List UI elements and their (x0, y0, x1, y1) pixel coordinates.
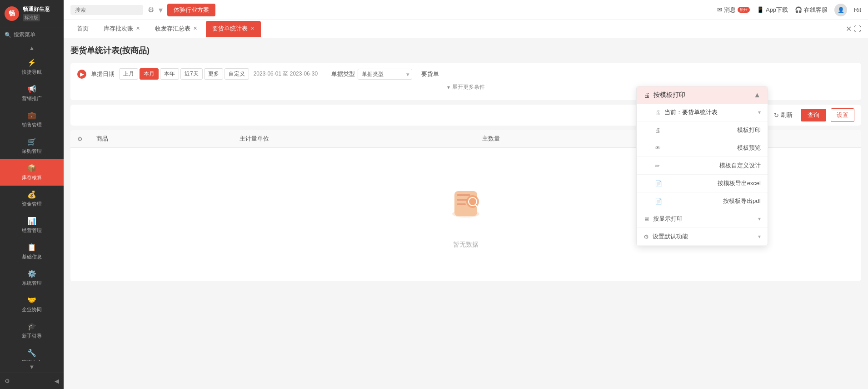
marketing-icon: 📢 (27, 85, 36, 93)
sidebar-item-marketing[interactable]: 📢 营销推广 (0, 80, 64, 106)
page-content: 要货单统计表(按商品) ▶ 单据日期 上月 本月 本年 近7天 更多 自定义 2… (64, 38, 868, 389)
tab-batch-account-close[interactable]: ✕ (136, 25, 140, 31)
sidebar-item-inventory[interactable]: 📦 库存核算 (0, 159, 64, 186)
current-month-btn[interactable]: 本月 (140, 68, 159, 80)
current-template-icon: 🖨 (655, 109, 661, 116)
custom-btn[interactable]: 自定义 (224, 68, 249, 80)
more-btn[interactable]: 更多 (204, 68, 223, 80)
sidebar-item-label: 营销推广 (22, 95, 42, 102)
col-unit: 主计量单位 (233, 130, 475, 148)
dropdown-arrow-icon[interactable]: ▾ (159, 5, 163, 15)
template-preview-label: 模板预览 (737, 144, 761, 152)
sidebar-item-system[interactable]: ⚙️ 系统管理 (0, 265, 64, 291)
date-buttons: 上月 本月 本年 近7天 更多 自定义 (119, 68, 249, 80)
user-name: Rit (854, 6, 861, 13)
business-icon: 📊 (27, 217, 36, 225)
sidebar-item-appstore[interactable]: 🔧 应用中心 (0, 344, 64, 361)
app-download-item[interactable]: 📱 App下载 (757, 6, 788, 14)
tab-requisition-stats-close[interactable]: ✕ (250, 25, 254, 31)
online-service-item[interactable]: 🎧 在线客服 (795, 6, 828, 14)
sidebar-nav: ⚡ 快捷导航 📢 营销推广 💼 销售管理 🛒 采购管理 📦 库存核算 💰 资金管… (0, 54, 64, 361)
template-print-icon: 🖨 (655, 127, 661, 134)
page-title: 要货单统计表(按商品) (70, 45, 861, 56)
settings-button[interactable]: 设置 (831, 108, 854, 122)
query-button[interactable]: 查询 (801, 109, 826, 121)
tab-receipt-summary[interactable]: 收发存汇总表 ✕ (149, 21, 204, 37)
display-print-label: 按显示打印 (653, 215, 683, 223)
print-dropdown-title-text: 按模板打印 (653, 91, 685, 99)
sidebar-item-sales[interactable]: 💼 销售管理 (0, 106, 64, 133)
current-year-btn[interactable]: 本年 (160, 68, 179, 80)
search-input[interactable] (70, 5, 143, 15)
expand-more-label: 展开更多条件 (452, 83, 485, 91)
sidebar-item-basics[interactable]: 📋 基础信息 (0, 238, 64, 265)
table-column-settings-icon[interactable]: ⚙ (77, 136, 83, 142)
messages-item[interactable]: ✉ 消息 99+ (717, 6, 750, 14)
tab-requisition-stats[interactable]: 要货单统计表 ✕ (206, 21, 261, 37)
display-print-chevron-icon: ▾ (758, 216, 761, 222)
avatar[interactable]: 👤 (834, 4, 847, 16)
sidebar-item-label: 系统管理 (22, 280, 42, 287)
sidebar-item-purchase[interactable]: 🛒 采购管理 (0, 133, 64, 159)
svg-rect-2 (457, 194, 470, 196)
type-filter-group: 单据类型 单据类型 ▾ (331, 69, 412, 80)
maximize-tab-button[interactable]: ⛶ (854, 25, 861, 33)
collapse-icon[interactable]: ◀ (55, 378, 59, 384)
sales-icon: 💼 (27, 111, 36, 120)
display-print-section[interactable]: 🖥 按显示打印 ▾ (637, 210, 768, 228)
export-excel-item[interactable]: 📄 按模板导出excel (637, 175, 768, 192)
sidebar-item-cooperation[interactable]: 🤝 企业协同 (0, 291, 64, 318)
gear-icon[interactable]: ⚙ (148, 5, 154, 14)
export-pdf-icon: 📄 (655, 198, 662, 205)
refresh-button[interactable]: ↻ 刷新 (770, 109, 796, 121)
app-download-icon: 📱 (757, 6, 764, 13)
appstore-icon: 🔧 (27, 349, 36, 357)
sidebar-item-label: 基础信息 (22, 253, 42, 260)
sidebar-item-finance[interactable]: 💰 资金管理 (0, 186, 64, 212)
sidebar-search-item[interactable]: 🔍 搜索菜单 (0, 27, 64, 42)
type-select[interactable]: 单据类型 (358, 69, 412, 80)
settings-icon[interactable]: ⚙ (5, 378, 10, 384)
main-content: ⚙ ▾ 体验行业方案 ✉ 消息 99+ 📱 App下载 🎧 在线客服 👤 Rit (64, 0, 868, 389)
trial-button[interactable]: 体验行业方案 (167, 4, 215, 16)
sidebar-scroll-down[interactable]: ▼ (0, 361, 64, 373)
sidebar-item-label: 采购管理 (22, 148, 42, 155)
sidebar: 畅 畅通好生意 标准版 🔍 搜索菜单 ▲ ⚡ 快捷导航 📢 营销推广 💼 销售管… (0, 0, 64, 389)
filter-expand-toggle[interactable]: ▶ (77, 70, 86, 79)
filter-row: ▶ 单据日期 上月 本月 本年 近7天 更多 自定义 2023-06-01 至 … (77, 68, 854, 80)
print-dropdown-close-icon[interactable]: ▲ (753, 91, 761, 99)
quick-nav-icon: ⚡ (27, 58, 36, 67)
template-design-item[interactable]: ✏ 模板自定义设计 (637, 157, 768, 175)
expand-more-icon: ▾ (447, 84, 450, 91)
close-tab-button[interactable]: ✕ (846, 25, 852, 33)
sidebar-scroll-up[interactable]: ▲ (0, 42, 64, 54)
sidebar-item-business[interactable]: 📊 经营管理 (0, 212, 64, 238)
tabs-bar: 首页 库存批次账 ✕ 收发存汇总表 ✕ 要货单统计表 ✕ ✕ ⛶ (64, 20, 868, 38)
sidebar-item-label: 快捷导航 (22, 69, 42, 76)
template-print-item[interactable]: 🖨 模板打印 (637, 121, 768, 139)
sidebar-item-label: 库存核算 (22, 174, 42, 181)
last-7-days-btn[interactable]: 近7天 (180, 68, 203, 80)
sidebar-item-label: 新手引导 (22, 333, 42, 339)
set-default-section[interactable]: ⚙ 设置默认功能 ▾ (637, 228, 768, 246)
messages-label: 消息 (724, 6, 736, 14)
tab-batch-account[interactable]: 库存批次账 ✕ (97, 21, 146, 37)
print-current-item[interactable]: 🖨 当前：要货单统计表 ▾ (637, 104, 768, 121)
template-preview-item[interactable]: 👁 模板预览 (637, 139, 768, 157)
last-month-btn[interactable]: 上月 (119, 68, 138, 80)
finance-icon: 💰 (27, 190, 36, 199)
refresh-icon: ↻ (774, 112, 779, 119)
print-dropdown-header: 🖨 按模板打印 ▲ (637, 86, 768, 104)
purchase-icon: 🛒 (27, 137, 36, 146)
logo-text: 畅通好生意 标准版 (23, 5, 50, 21)
sidebar-item-label: 经营管理 (22, 227, 42, 234)
tab-requisition-stats-label: 要货单统计表 (212, 25, 248, 33)
tab-home-label: 首页 (77, 25, 89, 33)
search-icon: 🔍 (5, 32, 11, 38)
export-pdf-item[interactable]: 📄 按模板导出pdf (637, 192, 768, 210)
sidebar-item-quick-nav[interactable]: ⚡ 快捷导航 (0, 54, 64, 80)
tab-receipt-summary-close[interactable]: ✕ (193, 25, 197, 31)
cooperation-icon: 🤝 (27, 296, 36, 304)
tab-home[interactable]: 首页 (70, 21, 95, 37)
sidebar-item-newbie[interactable]: 🎓 新手引导 (0, 318, 64, 344)
